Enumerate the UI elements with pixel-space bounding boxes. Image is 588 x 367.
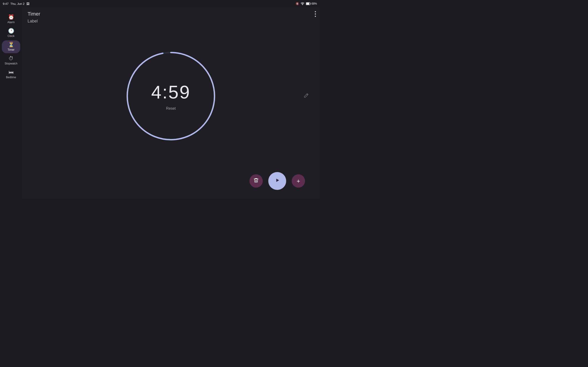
sidebar-item-bedtime[interactable]: 🛏 Bedtime [2, 68, 20, 81]
menu-dots-button[interactable] [315, 11, 316, 18]
svg-rect-1 [306, 3, 309, 5]
alarm-icon: ⏰ [8, 15, 14, 20]
status-bar: 9:47 Thu, Jun 2 🖼 🔇 68% [0, 0, 320, 7]
play-icon [274, 177, 281, 185]
svg-point-4 [315, 11, 316, 12]
svg-point-6 [315, 16, 316, 17]
status-time: 9:47 [3, 2, 9, 6]
battery-status: 68% [306, 2, 317, 5]
bottom-buttons: + [27, 168, 314, 195]
play-button[interactable] [268, 172, 286, 190]
wifi-icon [300, 2, 304, 5]
status-bar-right: 🔇 68% [296, 2, 317, 5]
stopwatch-icon: ⏱ [9, 56, 14, 61]
delete-icon [253, 177, 259, 184]
timer-icon: ⏳ [8, 42, 14, 47]
sidebar-item-clock-label: Clock [8, 34, 15, 38]
sidebar-item-clock[interactable]: 🕐 Clock [2, 27, 20, 40]
page-title: Timer [27, 11, 314, 17]
timer-area: 4:59 Reset [27, 24, 314, 168]
status-date: Thu, Jun 2 [10, 2, 24, 6]
sidebar-item-alarm[interactable]: ⏰ Alarm [2, 13, 20, 26]
edit-icon[interactable] [304, 93, 309, 99]
timer-reset-button[interactable]: Reset [166, 106, 176, 110]
timer-circle-inner: 4:59 Reset [123, 48, 219, 144]
sidebar: ⏰ Alarm 🕐 Clock ⏳ Timer ⏱ Stopwatch 🛏 Be… [0, 7, 22, 199]
sidebar-item-stopwatch-label: Stopwatch [5, 62, 17, 65]
sidebar-item-alarm-label: Alarm [7, 21, 15, 24]
add-button[interactable]: + [292, 174, 305, 188]
bedtime-icon: 🛏 [9, 70, 14, 75]
image-icon: 🖼 [26, 2, 29, 6]
svg-point-5 [315, 14, 316, 15]
mute-icon: 🔇 [296, 2, 299, 5]
delete-button[interactable] [250, 174, 263, 188]
sidebar-item-stopwatch[interactable]: ⏱ Stopwatch [2, 54, 20, 67]
sidebar-item-bedtime-label: Bedtime [6, 76, 16, 79]
timer-circle-container: 4:59 Reset [123, 48, 219, 144]
clock-icon: 🕐 [8, 28, 14, 33]
add-icon: + [296, 178, 300, 184]
timer-label: Label [27, 19, 314, 24]
main-content: Timer Label 4:59 Reset [22, 7, 320, 199]
sidebar-item-timer-label: Timer [8, 48, 15, 51]
timer-display: 4:59 [151, 82, 191, 103]
sidebar-item-timer[interactable]: ⏳ Timer [2, 40, 20, 53]
status-bar-left: 9:47 Thu, Jun 2 🖼 [3, 2, 29, 6]
